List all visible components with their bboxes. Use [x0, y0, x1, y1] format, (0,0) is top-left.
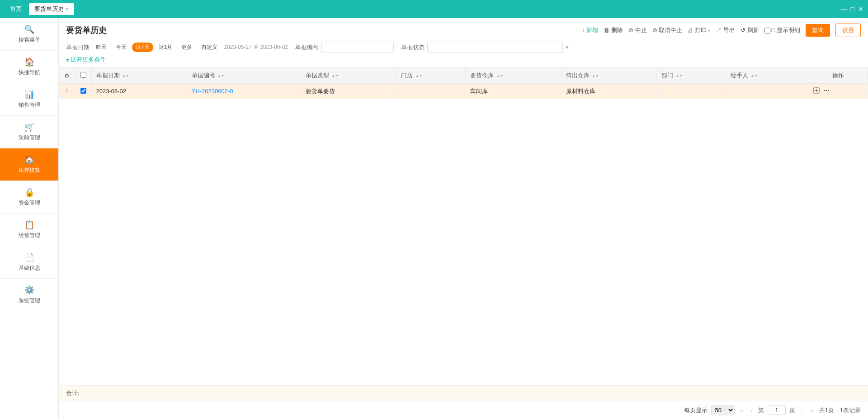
- th-department-label: 部门: [661, 72, 673, 79]
- sidebar-item-basic-info-label: 基础信息: [19, 264, 40, 272]
- refresh-button[interactable]: ↺ 刷新: [741, 26, 759, 34]
- th-req-warehouse-label: 要货仓库: [470, 72, 494, 79]
- filter-status-group: 单据状态 ▾: [401, 42, 861, 53]
- date-shortcuts: 昨天 今天 近7天 近1月 更多 自定义: [92, 43, 221, 52]
- sort-icon-doc-no: ▲▼: [217, 74, 225, 78]
- data-table: ⚙ 单据日期 ▲▼ 单据编号 ▲▼ 单据类型: [59, 68, 868, 99]
- th-settings[interactable]: ⚙: [59, 68, 75, 84]
- th-checkbox: [75, 68, 91, 84]
- next-page-btn[interactable]: ›: [799, 406, 805, 415]
- per-page-select[interactable]: 20 50 100 200: [711, 405, 735, 415]
- tab-bar: 首页 要货单历史 ×: [5, 3, 841, 15]
- th-doc-no[interactable]: 单据编号 ▲▼: [187, 68, 301, 84]
- display-detail-checkbox[interactable]: [764, 28, 770, 33]
- display-detail-button[interactable]: □ 显示明细: [764, 26, 800, 34]
- th-doc-date-label: 单据日期: [96, 72, 120, 79]
- cancel-stop-button[interactable]: ⊘ 取消中止: [652, 26, 683, 34]
- filter-date-group: 单据日期 昨天 今天 近7天 近1月 更多 自定义 2023-05-27 至 2…: [66, 43, 288, 52]
- table-header-row: ⚙ 单据日期 ▲▼ 单据编号 ▲▼ 单据类型: [59, 68, 868, 84]
- page-input[interactable]: [768, 405, 786, 415]
- sidebar: 🔍 搜索菜单 🏠 快捷导航 📊 销售管理 🛒 采购管理 🏠 库存核算 🔒 资金管…: [0, 18, 59, 419]
- sidebar-item-sys-mgmt[interactable]: ⚙️ 系统管理: [0, 279, 58, 311]
- minimize-icon[interactable]: —: [841, 5, 847, 13]
- export-button[interactable]: ↗ 导出: [716, 26, 735, 34]
- sidebar-item-fund-mgmt-label: 资金管理: [19, 199, 40, 207]
- tab-home[interactable]: 首页: [5, 3, 27, 15]
- sidebar-item-search-menu[interactable]: 🔍 搜索菜单: [0, 18, 58, 51]
- sidebar-item-basic-info[interactable]: 📄 基础信息: [0, 246, 58, 279]
- cell-checkbox: [75, 84, 91, 99]
- search-icon: 🔍: [24, 24, 34, 34]
- sort-icon-department: ▲▼: [675, 74, 683, 78]
- date-btn-today[interactable]: 今天: [112, 43, 130, 52]
- sidebar-item-purchase-mgmt[interactable]: 🛒 采购管理: [0, 116, 58, 148]
- first-page-btn[interactable]: «: [738, 406, 745, 415]
- th-doc-no-label: 单据编号: [192, 72, 215, 79]
- tab-close-icon[interactable]: ×: [66, 6, 69, 12]
- stop-button[interactable]: ⊘ 中止: [628, 26, 647, 34]
- sort-icon-doc-type: ▲▼: [332, 74, 339, 78]
- sidebar-item-fund-mgmt[interactable]: 🔒 资金管理: [0, 181, 58, 214]
- query-button[interactable]: 查询: [806, 24, 830, 37]
- table-footer: 合计:: [59, 385, 868, 401]
- th-doc-date[interactable]: 单据日期 ▲▼: [91, 68, 187, 84]
- doc-status-dropdown-icon[interactable]: ▾: [566, 44, 569, 51]
- doc-status-filter-label: 单据状态: [401, 43, 425, 52]
- svg-point-3: [828, 90, 829, 91]
- sidebar-item-inventory-calc-label: 库存核算: [19, 167, 40, 174]
- page-prefix-label: 第: [758, 406, 764, 414]
- th-pending-warehouse[interactable]: 待出仓库 ▲▼: [561, 68, 656, 84]
- close-window-icon[interactable]: ✕: [858, 5, 863, 13]
- edit-action-icon[interactable]: [813, 87, 820, 95]
- date-btn-1month[interactable]: 近1月: [155, 43, 176, 52]
- expand-label: 展开更多条件: [71, 56, 106, 64]
- cell-pending-warehouse: 原材料仓库: [561, 84, 656, 99]
- prev-page-btn[interactable]: ‹: [749, 406, 755, 415]
- display-detail-label: □ 显示明细: [772, 26, 800, 34]
- date-btn-yesterday[interactable]: 昨天: [92, 43, 110, 52]
- settings-button[interactable]: 设置: [835, 24, 861, 37]
- select-all-checkbox[interactable]: [80, 72, 86, 78]
- doc-no-input[interactable]: [321, 42, 394, 53]
- th-handler[interactable]: 经手人 ▲▼: [726, 68, 808, 84]
- cell-doc-no[interactable]: YH-20230602-0: [187, 84, 301, 99]
- date-btn-7days[interactable]: 近7天: [132, 43, 153, 52]
- th-doc-type[interactable]: 单据类型 ▲▼: [301, 68, 396, 84]
- sidebar-item-quick-nav[interactable]: 🏠 快捷导航: [0, 51, 58, 83]
- sidebar-item-search-menu-label: 搜索菜单: [19, 36, 40, 44]
- doc-status-input[interactable]: [427, 42, 563, 53]
- more-action-icon[interactable]: [823, 87, 830, 95]
- pagination: 每页显示 20 50 100 200 « ‹ 第 页 › » 共1页，1条记录: [59, 401, 868, 419]
- sort-icon-handler: ▲▼: [750, 74, 758, 78]
- th-department[interactable]: 部门 ▲▼: [656, 68, 726, 84]
- tab-requisition-history[interactable]: 要货单历史 ×: [29, 3, 74, 15]
- th-actions: 操作: [808, 68, 868, 84]
- th-req-warehouse[interactable]: 要货仓库 ▲▼: [466, 68, 561, 84]
- print-button[interactable]: 🖨 🖨 打印 打印 ▾: [688, 26, 710, 34]
- sidebar-item-quick-nav-label: 快捷导航: [19, 69, 40, 76]
- doc-no-link[interactable]: YH-20230602-0: [192, 88, 233, 95]
- th-store[interactable]: 门店 ▲▼: [396, 68, 466, 84]
- window-actions: — □ ✕: [841, 5, 863, 13]
- cell-actions: [808, 84, 868, 99]
- sidebar-item-sales-mgmt-label: 销售管理: [19, 101, 40, 109]
- new-button[interactable]: + 新增: [581, 26, 598, 34]
- row-checkbox[interactable]: [80, 88, 86, 94]
- expand-more-btn[interactable]: ▾ 展开更多条件: [66, 56, 861, 64]
- sidebar-item-inventory-calc[interactable]: 🏠 库存核算: [0, 148, 58, 181]
- sidebar-item-sales-mgmt[interactable]: 📊 销售管理: [0, 83, 58, 116]
- cell-doc-date: 2023-06-02: [91, 84, 187, 99]
- delete-button[interactable]: 🗑 删除: [604, 26, 623, 34]
- date-btn-more[interactable]: 更多: [178, 43, 196, 52]
- tab-home-label: 首页: [10, 5, 22, 13]
- sidebar-item-ops-mgmt[interactable]: 📋 经营管理: [0, 214, 58, 246]
- date-btn-custom[interactable]: 自定义: [198, 43, 221, 52]
- total-info: 共1页，1条记录: [819, 406, 861, 414]
- per-page-label: 每页显示: [684, 406, 708, 414]
- cell-handler: [726, 84, 808, 99]
- page-suffix-label: 页: [789, 406, 795, 414]
- last-page-btn[interactable]: »: [808, 406, 816, 415]
- maximize-icon[interactable]: □: [851, 5, 854, 13]
- doc-no-filter-label: 单据编号: [295, 43, 319, 52]
- toolbar: + 新增 🗑 删除 ⊘ 中止 ⊘ 取消中止 🖨 🖨 打印 打印 ▾ ↗ 导出 ↺…: [581, 24, 861, 37]
